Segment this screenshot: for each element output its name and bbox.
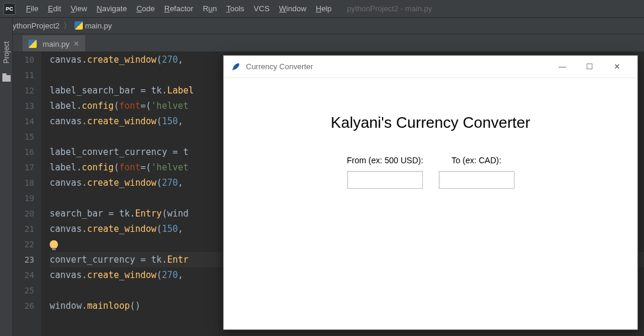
tkinter-window: Currency Converter — ☐ ✕ Kalyani's Curre… [223,55,638,330]
python-file-icon [75,21,83,30]
menu-window[interactable]: Window [274,4,311,13]
menu-edit[interactable]: Edit [43,4,66,13]
line-number: 24 [13,267,34,283]
tk-window-title: Currency Converter [246,62,313,71]
line-number: 26 [13,298,34,314]
menu-view[interactable]: View [66,4,92,13]
tk-titlebar[interactable]: Currency Converter — ☐ ✕ [224,56,637,78]
from-input[interactable] [347,171,423,189]
to-input[interactable] [439,171,514,189]
line-number: 23 [13,252,34,267]
tab-label: main.py [43,40,70,49]
menu-file[interactable]: File [21,4,43,13]
line-number: 12 [13,83,34,98]
line-number: 13 [13,98,34,114]
line-number: 25 [13,283,34,298]
line-number: 21 [13,221,34,237]
to-field-group: To (ex: CAD): [439,156,514,189]
menu-tools[interactable]: Tools [222,4,249,13]
menu-navigate[interactable]: Navigate [92,4,131,13]
line-number: 20 [13,206,34,221]
breadcrumb-project[interactable]: pythonProject2 [8,21,60,30]
menu-run[interactable]: Run [198,4,222,13]
to-label: To (ex: CAD): [439,156,514,165]
tab-bar: main.py ✕ [0,34,644,52]
line-number: 19 [13,190,34,206]
lightbulb-icon[interactable] [50,240,58,248]
line-number: 22 [13,237,34,252]
line-number: 14 [13,114,34,129]
sidebar-project-tab[interactable]: Project [2,41,11,63]
line-number: 16 [13,144,34,160]
menu-bar: PC File Edit View Navigate Code Refactor… [0,0,644,18]
chevron-right-icon: 〉 [63,21,71,31]
tk-body: Kalyani's Currency Converter From (ex: 5… [224,78,637,189]
line-number: 17 [13,160,34,175]
close-icon[interactable]: ✕ [73,40,79,48]
tool-window-sidebar: Project [0,18,13,336]
menu-vcs[interactable]: VCS [249,4,274,13]
folder-icon[interactable] [2,75,11,82]
line-number: 15 [13,129,34,144]
line-number: 18 [13,175,34,190]
line-number: 11 [13,67,34,83]
from-label: From (ex: 500 USD): [347,156,423,165]
menu-refactor[interactable]: Refactor [160,4,198,13]
menu-help[interactable]: Help [311,4,336,13]
minimize-button[interactable]: — [549,56,576,78]
breadcrumb: pythonProject2 〉 main.py [0,18,644,34]
window-title: pythonProject2 - main.py [347,4,432,13]
from-field-group: From (ex: 500 USD): [347,156,423,189]
pycharm-logo-icon: PC [4,3,15,15]
app-heading: Kalyani's Currency Converter [224,114,637,132]
breadcrumb-file[interactable]: main.py [75,21,112,30]
close-button[interactable]: ✕ [603,56,630,78]
feather-icon [231,62,240,72]
line-number: 10 [13,52,34,67]
python-file-icon [28,40,37,48]
maximize-button[interactable]: ☐ [576,56,603,78]
tab-main-py[interactable]: main.py ✕ [22,35,85,51]
line-gutter: 1011121314151617181920212223242526 [13,52,41,336]
menu-code[interactable]: Code [132,4,160,13]
